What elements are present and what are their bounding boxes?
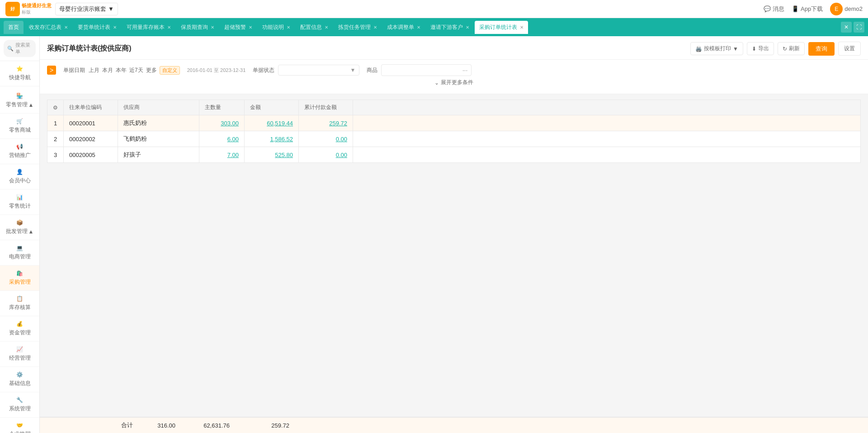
col-header-settings[interactable]: ⚙ bbox=[47, 100, 64, 115]
sidebar-item-lingshoucheng[interactable]: 🛒 零售商城 bbox=[0, 114, 39, 139]
tab-yaohuo[interactable]: 要货单统计表 ✕ bbox=[73, 21, 121, 34]
row-supplier: 好孩子 bbox=[118, 147, 199, 163]
page-title: 采购订单统计表(按供应商) bbox=[47, 44, 132, 53]
tab-baozhi[interactable]: 保质期查询 ✕ bbox=[176, 21, 219, 34]
search-input-box[interactable]: 🔍 搜索菜单 bbox=[4, 40, 36, 57]
ellipsis-icon: ··· bbox=[462, 67, 468, 74]
inventory-icon: 📋 bbox=[16, 295, 23, 302]
sidebar-search[interactable]: 🔍 搜索菜单 bbox=[0, 36, 39, 61]
close-icon[interactable]: ✕ bbox=[167, 25, 171, 30]
print-button[interactable]: 🖨️ 按模板打印 ▼ bbox=[690, 42, 743, 55]
status-select[interactable]: ▼ bbox=[278, 65, 359, 76]
sidebar-item-jichu[interactable]: ⚙️ 基础信息 bbox=[0, 367, 39, 392]
close-icon[interactable]: ✕ bbox=[211, 25, 214, 30]
query-button[interactable]: 查询 bbox=[808, 42, 835, 56]
member-icon: 👤 bbox=[16, 169, 23, 175]
settings-button[interactable]: 设置 bbox=[838, 42, 861, 56]
row-paid[interactable]: 0.00 bbox=[299, 147, 353, 163]
table-footer: 合计 316.00 62,631.76 259.72 bbox=[40, 417, 868, 433]
sidebar-item-lingshoutj[interactable]: 📊 零售统计 bbox=[0, 190, 39, 215]
goods-input[interactable]: ··· bbox=[381, 64, 472, 76]
sidebar-item-kucun[interactable]: 📋 库存核算 bbox=[0, 291, 39, 316]
top-bar-right: 💬 消息 📱 App下载 E demo2 bbox=[764, 3, 863, 15]
filter-toggle-button[interactable]: > bbox=[47, 66, 56, 75]
row-amount[interactable]: 60,519.44 bbox=[245, 115, 299, 131]
nav-actions: ✕ ⛶ bbox=[841, 22, 864, 33]
collab-icon: 🤝 bbox=[16, 422, 23, 428]
close-icon[interactable]: ✕ bbox=[417, 25, 420, 30]
close-icon[interactable]: ✕ bbox=[249, 25, 252, 30]
row-qty[interactable]: 6.00 bbox=[199, 131, 245, 147]
app-icon: 📱 bbox=[792, 5, 799, 12]
tab-peizhi[interactable]: 配置信息 ✕ bbox=[296, 21, 333, 34]
user-avatar[interactable]: E demo2 bbox=[830, 3, 863, 15]
shop-icon: 🛒 bbox=[16, 118, 23, 124]
sidebar-item-dianshang[interactable]: 💻 电商管理 bbox=[0, 240, 39, 266]
date-shortcut-thisyear[interactable]: 本年 bbox=[116, 67, 127, 74]
date-shortcut-lastmonth[interactable]: 上月 bbox=[89, 67, 99, 74]
tab-home[interactable]: 首页 bbox=[4, 21, 24, 34]
row-qty[interactable]: 303.00 bbox=[199, 115, 245, 131]
sidebar-item-qiyexietong[interactable]: 🤝 企业协同 bbox=[0, 418, 39, 433]
sidebar-item-xitong[interactable]: 🔧 系统管理 bbox=[0, 392, 39, 418]
app-download-button[interactable]: 📱 App下载 bbox=[792, 5, 823, 13]
close-icon[interactable]: ✕ bbox=[113, 25, 117, 30]
date-shortcut-7days[interactable]: 近7天 bbox=[129, 67, 143, 74]
close-icon[interactable]: ✕ bbox=[466, 25, 469, 30]
row-num: 1 bbox=[47, 115, 64, 131]
sidebar-item-pifaguanli[interactable]: 📦 批发管理 ▲ bbox=[0, 215, 39, 240]
expand-filter-button[interactable]: ⌄ 展开更多条件 bbox=[47, 76, 861, 89]
nav-close-button[interactable]: ✕ bbox=[841, 22, 852, 33]
sidebar-item-zijin[interactable]: 💰 资金管理 bbox=[0, 316, 39, 342]
export-button[interactable]: ⬇ 导出 bbox=[747, 42, 774, 55]
sidebar-item-caigou[interactable]: 🛍️ 采购管理 bbox=[0, 266, 39, 291]
sidebar-item-quicknav[interactable]: ⭐ 快捷导航 bbox=[0, 61, 39, 86]
finance-icon: 💰 bbox=[16, 321, 23, 327]
filter-row: > 单据日期 上月 本月 本年 近7天 更多 自定义 2016-01-01 至 … bbox=[47, 64, 861, 76]
top-bar-left: 好 畅捷通好生意 标版 母婴行业演示账套 ▼ bbox=[5, 2, 118, 16]
footer-amount: 62,631.76 bbox=[181, 422, 235, 429]
table-row: 1 00020001 惠氏奶粉 303.00 60,519.44 259.72 bbox=[47, 115, 861, 131]
close-icon[interactable]: ✕ bbox=[325, 25, 328, 30]
basic-icon: ⚙️ bbox=[16, 371, 23, 378]
print-icon: 🖨️ bbox=[695, 46, 702, 52]
quicknav-icon: ⭐ bbox=[16, 66, 23, 72]
tab-yaoqing[interactable]: 邀请下游客户 ✕ bbox=[426, 21, 474, 34]
tab-shoufacun[interactable]: 收发存汇总表 ✕ bbox=[24, 21, 72, 34]
row-amount[interactable]: 1,586.52 bbox=[245, 131, 299, 147]
tab-gongneng[interactable]: 功能说明 ✕ bbox=[258, 21, 295, 34]
tab-jianhuo[interactable]: 拣货任务管理 ✕ bbox=[334, 21, 382, 34]
row-qty[interactable]: 7.00 bbox=[199, 147, 245, 163]
row-paid[interactable]: 0.00 bbox=[299, 131, 353, 147]
tab-chaochuyujing[interactable]: 超储预警 ✕ bbox=[220, 21, 257, 34]
sidebar-item-yingxiao[interactable]: 📢 营销推广 bbox=[0, 139, 39, 164]
table-header: ⚙ 往来单位编码 供应商 主数量 金额 累计付款金额 bbox=[47, 100, 861, 115]
date-custom-tag: 自定义 bbox=[160, 66, 180, 75]
sidebar-item-huiyuan[interactable]: 👤 会员中心 bbox=[0, 164, 39, 190]
tab-chengben[interactable]: 成本调整单 ✕ bbox=[382, 21, 425, 34]
date-shortcut-more[interactable]: 更多 bbox=[146, 67, 157, 74]
date-shortcuts: 上月 本月 本年 近7天 更多 自定义 bbox=[89, 66, 180, 75]
tab-caigou-active[interactable]: 采购订单统计表 ✕ bbox=[475, 21, 528, 34]
sidebar-item-jingying[interactable]: 📈 经营管理 bbox=[0, 342, 39, 367]
close-icon[interactable]: ✕ bbox=[64, 25, 68, 30]
table-row: 3 00020005 好孩子 7.00 525.80 0.00 bbox=[47, 147, 861, 163]
close-icon[interactable]: ✕ bbox=[520, 25, 524, 30]
stats-icon: 📊 bbox=[16, 194, 23, 200]
workspace-selector[interactable]: 母婴行业演示账套 ▼ bbox=[55, 3, 118, 15]
chevron-down-icon: ▼ bbox=[733, 46, 738, 52]
main-content: 采购订单统计表(按供应商) 🖨️ 按模板打印 ▼ ⬇ 导出 ↻ 刷新 查询 bbox=[40, 36, 868, 433]
date-shortcut-thismonth[interactable]: 本月 bbox=[102, 67, 113, 74]
sidebar-item-lingshouguan[interactable]: 🏪 零售管理 ▲ bbox=[0, 88, 39, 114]
nav-maximize-button[interactable]: ⛶ bbox=[854, 22, 864, 33]
refresh-button[interactable]: ↻ 刷新 bbox=[778, 42, 805, 55]
row-paid[interactable]: 259.72 bbox=[299, 115, 353, 131]
business-icon: 📈 bbox=[16, 346, 23, 352]
col-header-amount: 金额 bbox=[245, 100, 299, 115]
row-amount[interactable]: 525.80 bbox=[245, 147, 299, 163]
close-icon[interactable]: ✕ bbox=[373, 25, 377, 30]
message-button[interactable]: 💬 消息 bbox=[764, 5, 784, 13]
close-icon[interactable]: ✕ bbox=[287, 25, 290, 30]
purchase-icon: 🛍️ bbox=[16, 270, 23, 276]
tab-keyongliang[interactable]: 可用量库存账本 ✕ bbox=[122, 21, 175, 34]
